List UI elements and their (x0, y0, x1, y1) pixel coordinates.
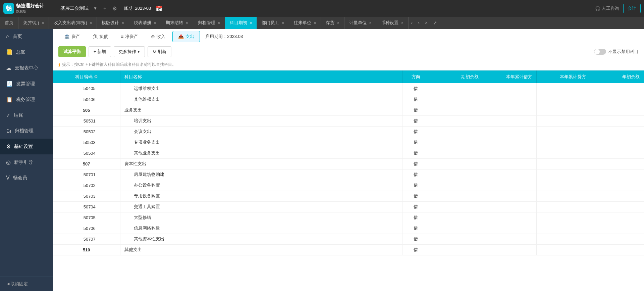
tab-close-subject-init[interactable]: × (250, 21, 252, 25)
cell-direction: 借 (402, 148, 429, 158)
cell-year-dr (483, 234, 537, 244)
table-row[interactable]: 507资本性支出借 (53, 158, 644, 169)
tab-currency[interactable]: 币种设置 × (376, 17, 408, 29)
table-row[interactable]: 50503专项业务支出借 (53, 137, 644, 148)
tab-close-template[interactable]: × (122, 21, 124, 25)
tab-close-all-btn[interactable]: × (422, 17, 430, 29)
cell-year-cr (537, 137, 590, 148)
sidebar-item-settings[interactable]: ⚙ 基础设置 (0, 139, 53, 154)
tab-home[interactable]: 首页 (0, 17, 18, 29)
tab-close-inventory[interactable]: × (337, 21, 339, 25)
tab-dept[interactable]: 部门员工 × (257, 17, 289, 29)
sub-tab-asset[interactable]: 🏦 资产 (58, 31, 86, 42)
tab-close-counterpart[interactable]: × (314, 21, 316, 25)
sidebar-item-invoice[interactable]: 🧾 发票管理 (0, 76, 53, 92)
settings-icon[interactable]: ⚙ (112, 5, 117, 12)
tab-close-currency[interactable]: × (401, 21, 403, 25)
disable-toggle[interactable]: 不显示禁用科目 (594, 49, 639, 55)
tab-template[interactable]: 模版设计 × (97, 17, 129, 29)
table-row[interactable]: 505业务支出借 (53, 105, 644, 115)
tab-inventory[interactable]: 存货 × (321, 17, 344, 29)
table-row[interactable]: 510其他支出借 (53, 244, 644, 255)
tab-subject-init[interactable]: 科目期初 × (225, 17, 257, 29)
table-row[interactable]: 50504其他业务支出借 (53, 148, 644, 158)
table-row[interactable]: 50704交通工具购置借 (53, 201, 644, 212)
cell-year-dr (483, 158, 537, 169)
table-row[interactable]: 50705大型修缮借 (53, 212, 644, 223)
tab-close-dept[interactable]: × (282, 21, 284, 25)
account-button[interactable]: 会计 (623, 4, 641, 13)
tab-tax[interactable]: 税表清册 × (129, 17, 161, 29)
tab-close-unit[interactable]: × (369, 21, 371, 25)
tab-unit[interactable]: 计量单位 × (344, 17, 376, 29)
tab-close-period-end[interactable]: × (186, 21, 188, 25)
tab-counterpart[interactable]: 往来单位 × (289, 17, 321, 29)
main-layout: ⌂ 首页 📒 总账 ☁ 云报表中心 🧾 发票管理 📋 税务管理 ✓ 结账 🗂 归… (0, 29, 644, 291)
sidebar-item-reports[interactable]: ☁ 云报表中心 (0, 60, 53, 76)
cell-name: 培训支出 (120, 115, 402, 126)
cell-year-bal (590, 234, 644, 244)
col-settings-icon[interactable]: ⚙ (94, 74, 98, 79)
cloud-icon: ☁ (6, 65, 11, 71)
sub-tab-equity[interactable]: ≡ 净资产 (115, 31, 144, 42)
col-header-balance: 期初余额 (429, 70, 483, 83)
table-row[interactable]: 50406其他维权支出借 (53, 94, 644, 105)
support-link[interactable]: 🎧 人工咨询 (595, 5, 619, 11)
cell-direction: 借 (402, 191, 429, 201)
sidebar-item-close[interactable]: ✓ 结账 (0, 107, 53, 123)
cell-year-cr (537, 212, 590, 223)
tab-prev-btn[interactable]: ‹ (409, 17, 416, 29)
tab-close-archive[interactable]: × (218, 21, 220, 25)
sub-tab-bar: 🏦 资产 负 负债 ≡ 净资产 ⊕ 收入 📤 支出 启用期间：2023.03 (53, 29, 644, 44)
tab-close-income[interactable]: × (90, 21, 92, 25)
sidebar-item-archive[interactable]: 🗂 归档管理 (0, 123, 53, 139)
cell-year-dr (483, 126, 537, 137)
cell-year-dr (483, 244, 537, 255)
table-row[interactable]: 50707其他资本性支出借 (53, 234, 644, 244)
add-button[interactable]: + 新增 (89, 46, 111, 57)
tab-archive[interactable]: 归档管理 × (193, 17, 225, 29)
cell-code: 50707 (53, 234, 120, 244)
tab-cashbook[interactable]: 凭(中期) × (18, 17, 49, 29)
sidebar-item-guide[interactable]: ◎ 新手引导 (0, 154, 53, 170)
more-button[interactable]: 更多操作 ▾ (114, 46, 145, 57)
table-row[interactable]: 50405运维维权支出借 (53, 83, 644, 94)
tab-close-tax[interactable]: × (154, 21, 156, 25)
cell-name: 业务支出 (120, 105, 402, 115)
table-row[interactable]: 50501培训支出借 (53, 115, 644, 126)
tab-close-cashbook[interactable]: × (42, 21, 44, 25)
cell-year-dr (483, 148, 537, 158)
table-row[interactable]: 50706信息网络购建借 (53, 223, 644, 234)
cell-year-bal (590, 126, 644, 137)
table-row[interactable]: 50702办公设备购置借 (53, 180, 644, 191)
hint-text: 提示：按Ctrl + F键并输入科目编码或者科目名称可以查找科目。 (62, 62, 176, 67)
sidebar-item-member[interactable]: V 畅会员 (0, 170, 53, 186)
calendar-icon[interactable]: 📅 (156, 5, 162, 12)
tab-income[interactable]: 收入支出表(年报) × (49, 17, 97, 29)
refresh-button[interactable]: ↻ 刷新 (148, 46, 171, 57)
cell-balance (429, 137, 483, 148)
table-row[interactable]: 50703专用设备购置借 (53, 191, 644, 201)
subject-table: 科目编码 ⚙ 科目名称 方向 期初余额 本年累计借方 本年累计贷方 年初余额 5… (53, 70, 644, 255)
cell-direction: 借 (402, 83, 429, 94)
sub-tab-liability[interactable]: 负 负债 (87, 31, 114, 42)
switch-track[interactable] (594, 49, 606, 55)
company-dropdown-icon[interactable]: ▼ (93, 6, 97, 11)
add-company-icon[interactable]: + (103, 5, 106, 11)
tab-next-btn[interactable]: › (415, 17, 422, 29)
tab-period-end[interactable]: 期末结转 × (161, 17, 193, 29)
sidebar-item-ledger[interactable]: 📒 总账 (0, 44, 53, 60)
table-row[interactable]: 50701房屋建筑物购建借 (53, 169, 644, 180)
cell-balance (429, 105, 483, 115)
cell-year-dr (483, 137, 537, 148)
table-row[interactable]: 50502会议支出借 (53, 126, 644, 137)
balance-button[interactable]: 试算平衡 (58, 46, 86, 57)
logo-name: 畅捷通好会计 (16, 3, 44, 9)
sub-tab-income[interactable]: ⊕ 收入 (145, 31, 171, 42)
tab-expand-btn[interactable]: ⤢ (430, 17, 440, 29)
sidebar-pin-btn[interactable]: ◄取消固定 (0, 277, 53, 291)
sidebar-item-tax[interactable]: 📋 税务管理 (0, 92, 53, 107)
sub-tab-expense[interactable]: 📤 支出 (172, 31, 200, 42)
close-period-icon: ✓ (6, 112, 10, 118)
sidebar-item-home[interactable]: ⌂ 首页 (0, 29, 53, 44)
